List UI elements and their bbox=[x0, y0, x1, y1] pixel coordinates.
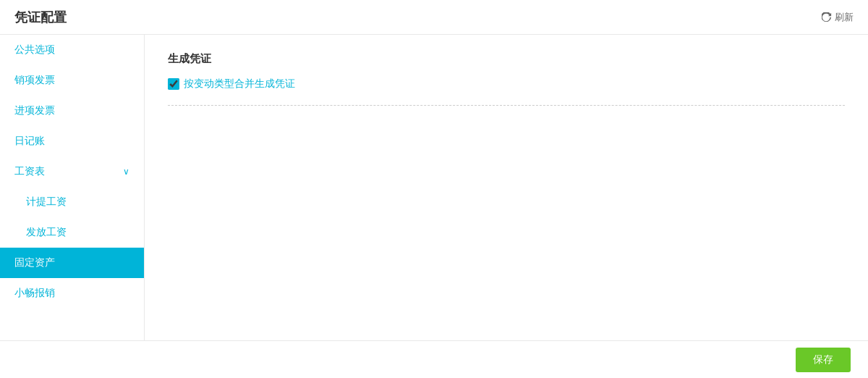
sidebar-item-label: 日记账 bbox=[14, 135, 45, 148]
sidebar-item-label: 计提工资 bbox=[26, 196, 67, 209]
merge-by-type-label: 按变动类型合并生成凭证 bbox=[184, 77, 295, 91]
page-title: 凭证配置 bbox=[14, 9, 67, 26]
refresh-button[interactable]: 刷新 bbox=[822, 11, 854, 24]
checkbox-row: 按变动类型合并生成凭证 bbox=[168, 77, 845, 91]
sidebar-item-expense[interactable]: 小畅报销 bbox=[0, 278, 144, 308]
section-divider bbox=[168, 105, 845, 106]
sidebar-item-label: 公共选项 bbox=[14, 43, 55, 56]
sidebar-item-label: 工资表 bbox=[14, 165, 45, 178]
main-container: 公共选项 销项发票 进项发票 日记账 工资表 ∨ 计提工资 发放工资 固定资产 … bbox=[0, 35, 868, 340]
sidebar-item-label: 小畅报销 bbox=[14, 287, 55, 300]
content-area: 生成凭证 按变动类型合并生成凭证 bbox=[145, 35, 868, 340]
sidebar-item-commission[interactable]: 计提工资 bbox=[0, 187, 144, 217]
sidebar-item-public[interactable]: 公共选项 bbox=[0, 35, 144, 65]
sidebar-item-label: 发放工资 bbox=[26, 226, 67, 239]
sidebar-item-payroll[interactable]: 工资表 ∨ bbox=[0, 156, 144, 187]
refresh-icon bbox=[822, 12, 832, 22]
page-header: 凭证配置 刷新 bbox=[0, 0, 868, 35]
sidebar-item-label: 固定资产 bbox=[14, 256, 55, 269]
save-button[interactable]: 保存 bbox=[796, 348, 851, 372]
page-footer: 保存 bbox=[0, 340, 868, 378]
refresh-label: 刷新 bbox=[835, 11, 854, 24]
merge-by-type-checkbox-wrapper[interactable]: 按变动类型合并生成凭证 bbox=[168, 77, 295, 91]
merge-by-type-checkbox[interactable] bbox=[168, 78, 179, 90]
section-title: 生成凭证 bbox=[168, 52, 845, 66]
sidebar-item-journal[interactable]: 日记账 bbox=[0, 126, 144, 156]
sidebar-item-label: 进项发票 bbox=[14, 104, 55, 117]
sidebar: 公共选项 销项发票 进项发票 日记账 工资表 ∨ 计提工资 发放工资 固定资产 … bbox=[0, 35, 145, 340]
sidebar-item-sales-invoice[interactable]: 销项发票 bbox=[0, 65, 144, 96]
sidebar-item-label: 销项发票 bbox=[14, 74, 55, 87]
sidebar-item-distribute[interactable]: 发放工资 bbox=[0, 217, 144, 248]
chevron-down-icon: ∨ bbox=[123, 167, 129, 177]
sidebar-item-fixed-assets[interactable]: 固定资产 bbox=[0, 248, 144, 278]
sidebar-item-purchase-invoice[interactable]: 进项发票 bbox=[0, 96, 144, 126]
